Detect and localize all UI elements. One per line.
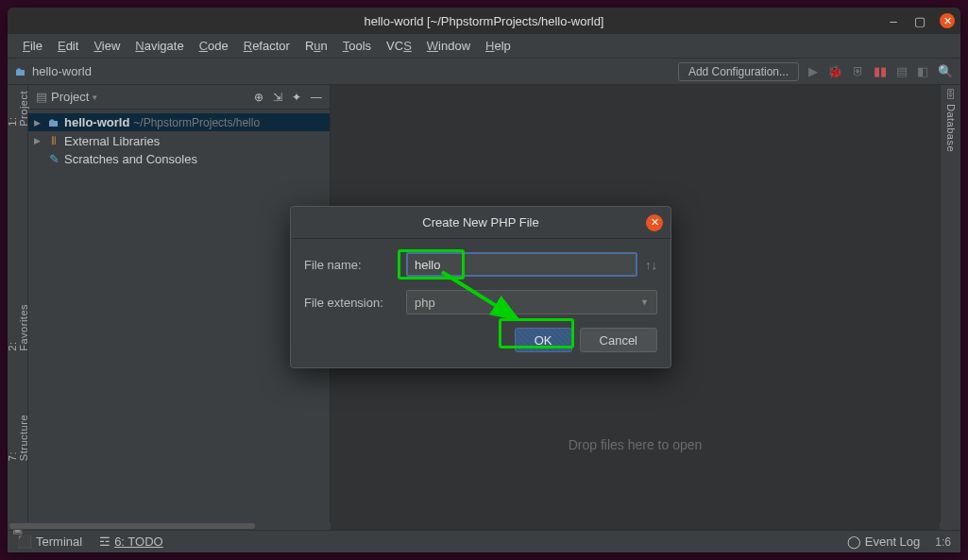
menu-tools[interactable]: Tools — [337, 37, 377, 55]
minimize-icon[interactable]: – — [887, 14, 900, 27]
gear-icon[interactable]: ✦ — [292, 91, 301, 104]
project-tree: ▶ 🖿 hello-world ~/PhpstormProjects/hello… — [28, 110, 330, 530]
dialog-close-icon[interactable]: ✕ — [646, 214, 663, 231]
menu-code[interactable]: Code — [194, 37, 234, 55]
menubar: File Edit View Navigate Code Refactor Ru… — [8, 34, 960, 59]
library-icon: ⫴ — [47, 133, 60, 148]
tool-favorites-tab[interactable]: 2: Favorites — [8, 300, 29, 355]
menu-run[interactable]: Run — [299, 37, 333, 55]
stop-icon[interactable]: ▮▮ — [874, 64, 887, 78]
menu-window[interactable]: Window — [421, 37, 476, 55]
menu-refactor[interactable]: Refactor — [238, 37, 296, 55]
extension-select[interactable]: php ▼ — [406, 290, 657, 314]
folder-icon: 🖿 — [15, 65, 26, 78]
drop-files-hint: Drop files here to open — [569, 437, 703, 452]
dialog-titlebar: Create New PHP File ✕ — [291, 207, 671, 239]
cursor-position: 1:6 — [935, 535, 951, 549]
menu-help[interactable]: Help — [480, 37, 517, 55]
menu-view[interactable]: View — [88, 37, 126, 55]
navigation-toolbar: 🖿 hello-world Add Configuration... ▶ 🐞 ⛨… — [8, 59, 960, 85]
terminal-button[interactable]: ⬛Terminal — [17, 535, 82, 549]
window-controls: – ▢ ✕ — [887, 13, 955, 28]
right-gutter: 🗄 Database — [940, 85, 960, 530]
run-icon[interactable]: ▶ — [808, 64, 818, 78]
tree-root-name: hello-world — [64, 115, 129, 129]
history-arrows-icon[interactable]: ↑↓ — [645, 258, 657, 272]
extension-label: File extension: — [304, 296, 399, 310]
todo-icon: ☲ — [99, 535, 110, 549]
debug-icon[interactable]: 🐞 — [827, 64, 842, 78]
search-icon[interactable]: 🔍 — [938, 64, 953, 78]
statusbar: ⬛Terminal ☲6: TODO ◯Event Log 1:6 — [8, 530, 960, 552]
project-panel: ▤ Project ▾ ⊕ ⇲ ✦ — ▶ 🖿 hello-world ~/Ph… — [28, 85, 331, 530]
todo-button[interactable]: ☲6: TODO — [99, 535, 163, 549]
menu-file[interactable]: File — [17, 37, 48, 55]
tree-external-libraries[interactable]: ▶ ⫴ External Libraries — [28, 131, 330, 150]
toolbar-right: Add Configuration... ▶ 🐞 ⛨ ▮▮ ▤ ◧ 🔍 — [678, 62, 953, 81]
create-php-file-dialog: Create New PHP File ✕ File name: ↑↓ File… — [290, 206, 671, 368]
tool-structure-tab[interactable]: 7: Structure — [8, 411, 29, 465]
chevron-right-icon[interactable]: ▶ — [34, 118, 43, 127]
terminal-icon: ⬛ — [17, 535, 32, 549]
maximize-icon[interactable]: ▢ — [913, 14, 926, 27]
dialog-title: Create New PHP File — [422, 215, 538, 229]
window-title: hello-world [~/PhpstormProjects/hello-wo… — [365, 14, 604, 28]
breadcrumb-item: hello-world — [32, 64, 92, 78]
dialog-body: File name: ↑↓ File extension: php ▼ OK C… — [291, 239, 671, 367]
chevron-right-icon[interactable]: ▶ — [34, 136, 43, 145]
tool-database-tab[interactable]: Database — [945, 100, 957, 156]
panel-tool-icons: ⊕ ⇲ ✦ — — [254, 91, 322, 104]
titlebar: hello-world [~/PhpstormProjects/hello-wo… — [8, 8, 960, 34]
cancel-button[interactable]: Cancel — [580, 328, 657, 352]
event-log-button[interactable]: ◯Event Log — [847, 535, 921, 549]
folder-icon: 🖿 — [47, 116, 60, 129]
database-icon[interactable]: 🗄 — [945, 89, 956, 100]
breadcrumb[interactable]: 🖿 hello-world — [15, 64, 671, 78]
chevron-down-icon: ▼ — [640, 297, 649, 307]
layout-icon[interactable]: ◧ — [917, 64, 928, 78]
add-configuration-button[interactable]: Add Configuration... — [678, 62, 799, 81]
scratches-icon: ✎ — [47, 152, 60, 166]
tree-root[interactable]: ▶ 🖿 hello-world ~/PhpstormProjects/hello — [28, 113, 330, 131]
target-icon[interactable]: ⊕ — [254, 91, 263, 104]
update-icon[interactable]: ▤ — [896, 64, 908, 78]
project-panel-header: ▤ Project ▾ ⊕ ⇲ ✦ — — [28, 85, 330, 110]
close-icon[interactable]: ✕ — [940, 13, 955, 28]
menu-navigate[interactable]: Navigate — [129, 37, 189, 55]
tool-project-tab[interactable]: 1: Project — [8, 87, 29, 130]
filename-label: File name: — [304, 258, 399, 272]
filename-input[interactable] — [406, 252, 637, 277]
project-view-selector[interactable]: ▤ Project ▾ — [36, 90, 248, 104]
expand-icon[interactable]: ⇲ — [273, 91, 282, 104]
tree-root-path: ~/PhpstormProjects/hello — [133, 116, 260, 129]
menu-edit[interactable]: Edit — [52, 37, 84, 55]
left-gutter: 1: Project 2: Favorites 7: Structure ▣ — [8, 85, 28, 530]
menu-vcs[interactable]: VCS — [381, 37, 417, 55]
eventlog-icon: ◯ — [847, 535, 861, 549]
tree-scratches[interactable]: ✎ Scratches and Consoles — [28, 150, 330, 168]
coverage-icon[interactable]: ⛨ — [852, 64, 864, 78]
extension-value: php — [415, 296, 435, 310]
ok-button[interactable]: OK — [515, 328, 572, 352]
hide-icon[interactable]: — — [311, 91, 322, 104]
